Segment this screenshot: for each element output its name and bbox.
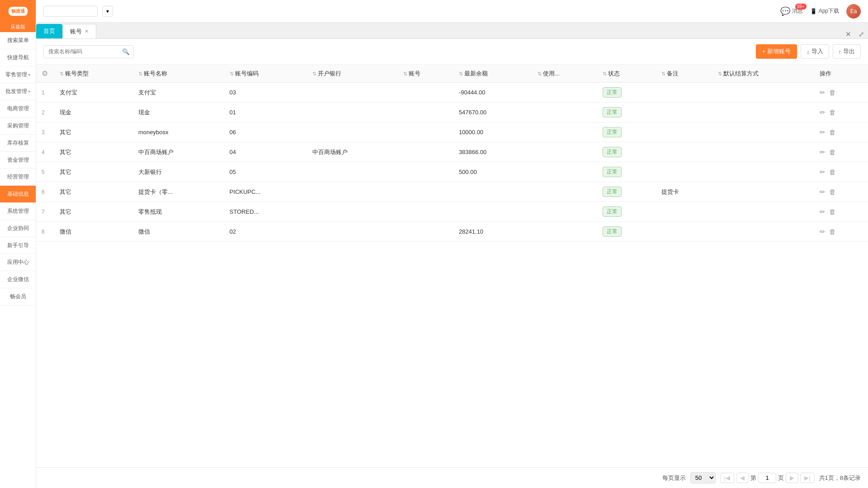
delete-icon[interactable]: 🗑 [829,208,836,216]
sidebar-item-7[interactable]: 资金管理 [0,152,36,169]
row-type: 其它 [54,182,133,202]
message-btn[interactable]: 💬 99+ 消息 [780,6,803,16]
add-account-button[interactable]: + 新增账号 [756,44,797,59]
page-number-input[interactable] [758,473,776,483]
delete-icon[interactable]: 🗑 [829,108,836,116]
sidebar-item-11[interactable]: 企业协同 [0,220,36,237]
edit-icon[interactable]: ✏ [820,228,826,236]
import-label: 导入 [811,47,823,56]
row-bank [307,222,398,242]
table-col-code[interactable]: 账号编码 [224,65,307,83]
row-name: 现金 [133,103,224,122]
delete-icon[interactable]: 🗑 [829,168,836,176]
next-page-btn[interactable]: ▶ [786,473,798,483]
table-col-name[interactable]: 账号名称 [133,65,224,83]
sidebar-item-13[interactable]: 应用中心 [0,254,36,271]
avatar[interactable]: Ea [846,4,861,19]
delete-icon[interactable]: 🗑 [829,128,836,136]
status-badge: 正常 [603,167,622,177]
row-code: STORED... [224,202,307,222]
search-input[interactable] [44,46,118,57]
row-bank [307,182,398,202]
edit-icon[interactable]: ✏ [820,188,826,196]
table-col-usage[interactable]: 使用... [532,65,597,83]
table-col-type[interactable]: 账号类型 [54,65,133,83]
arrow-icon: ▾ [28,89,30,94]
sidebar-item-15[interactable]: 畅会员 [0,288,36,305]
status-badge: 正常 [603,127,622,137]
sidebar-item-6[interactable]: 库存核算 [0,135,36,152]
tab-expand-icon[interactable]: ⤢ [855,30,868,38]
pagination-controls: |◀ ◀ 第 页 ▶ ▶| [720,473,815,483]
row-default-settlement [712,142,814,162]
sidebar-item-3[interactable]: 批发管理▾ [0,83,36,100]
row-type: 其它 [54,202,133,222]
tab-close-icon[interactable]: ✕ [85,28,89,34]
tab-account[interactable]: 账号 ✕ [62,24,96,38]
content-area: 🔍 + 新增账号 ↓ 导入 ↑ 导出 ⚙ [36,39,868,488]
row-num: 2 [36,103,54,122]
table-col-actions: 操作 [814,65,868,83]
edit-icon[interactable]: ✏ [820,128,826,136]
row-actions: ✏ 🗑 [814,182,868,202]
edit-icon[interactable]: ✏ [820,168,826,176]
row-code: PICKUPC... [224,182,307,202]
sidebar-item-8[interactable]: 经营管理 [0,169,36,186]
status-badge: 正常 [603,147,622,157]
sidebar-item-14[interactable]: 企业微信 [0,271,36,288]
settings-gear-icon[interactable]: ⚙ [42,70,48,77]
page-suffix-label: 页 [778,474,784,482]
sidebar-item-12[interactable]: 新手引导 [0,237,36,254]
sidebar-item-4[interactable]: 电商管理 [0,100,36,117]
row-type: 其它 [54,122,133,142]
row-remark [656,103,712,122]
row-usage [532,182,597,202]
row-account [398,162,453,182]
table-col-remark[interactable]: 备注 [656,65,712,83]
delete-icon[interactable]: 🗑 [829,89,836,96]
edit-icon[interactable]: ✏ [820,89,826,97]
sidebar-item-0[interactable]: 搜索菜单 [0,32,36,49]
row-account [398,103,453,122]
per-page-select[interactable]: 50 20 100 [690,472,716,483]
export-icon: ↑ [839,48,842,55]
sidebar-item-10[interactable]: 系统管理 [0,203,36,220]
sidebar-item-2[interactable]: 零售管理▾ [0,66,36,84]
search-button[interactable]: 🔍 [118,46,133,58]
app-download-btn[interactable]: 📱 App下载 [810,7,839,15]
table-row: 7其它零售抵现STORED...正常 ✏ 🗑 [36,202,868,222]
import-button[interactable]: ↓ 导入 [801,44,829,59]
edit-icon[interactable]: ✏ [820,148,826,156]
first-page-btn[interactable]: |◀ [720,473,734,483]
table-col-status[interactable]: 状态 [597,65,656,83]
prev-page-btn[interactable]: ◀ [736,473,749,483]
table-row: 3其它moneybosx0610000.00正常 ✏ 🗑 [36,122,868,142]
row-actions: ✏ 🗑 [814,202,868,222]
row-status: 正常 [597,182,656,202]
tab-home[interactable]: 首页 [36,24,62,38]
sidebar-item-1[interactable]: 快捷导航 [0,49,36,66]
table-col-account[interactable]: 账号 [398,65,453,83]
delete-icon[interactable]: 🗑 [829,148,836,156]
table-col-balance[interactable]: 最新余额 [453,65,532,83]
sidebar-menu: 搜索菜单快捷导航零售管理▾批发管理▾电商管理采购管理库存核算资金管理经营管理基础… [0,32,36,488]
sidebar-item-9[interactable]: 基础信息 [0,186,36,203]
export-button[interactable]: ↑ 导出 [833,44,861,59]
header-search-input[interactable] [43,6,98,17]
edit-icon[interactable]: ✏ [820,208,826,216]
header-dropdown-btn[interactable]: ▾ [102,6,113,17]
sidebar-item-5[interactable]: 采购管理 [0,117,36,135]
last-page-btn[interactable]: ▶| [800,473,814,483]
row-remark [656,202,712,222]
tab-minimize-icon[interactable]: ✕ [842,30,855,38]
edit-icon[interactable]: ✏ [820,108,826,117]
header-right: 💬 99+ 消息 📱 App下载 Ea [780,4,861,19]
table-col-settings[interactable]: ⚙ [36,65,54,83]
table-col-bank[interactable]: 开户银行 [307,65,398,83]
table-col-default-settlement[interactable]: 默认结算方式 [712,65,814,83]
row-default-settlement [712,103,814,122]
delete-icon[interactable]: 🗑 [829,188,836,196]
delete-icon[interactable]: 🗑 [829,228,836,235]
row-usage [532,83,597,103]
row-type: 其它 [54,142,133,162]
